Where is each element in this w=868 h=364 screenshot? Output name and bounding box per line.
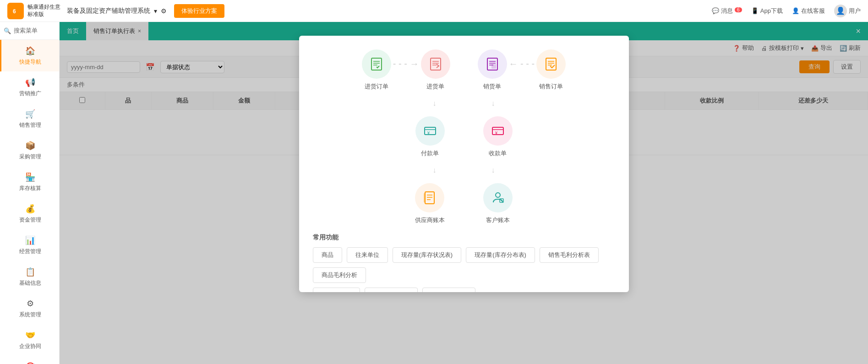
purchase-bill-node[interactable]: 进货单 xyxy=(421,49,450,91)
sidebar-item-finance[interactable]: 💰 资金管理 xyxy=(0,198,59,229)
flow-modal: 进货订单 - - - → xyxy=(299,36,629,292)
header-right: 💬 消息 6 📱 App下载 👤 在线客服 👤 用户 xyxy=(712,5,861,17)
basics-icon: 📋 xyxy=(25,266,36,277)
func-btn-partner[interactable]: 往来单位 xyxy=(347,247,388,263)
svg-rect-27 xyxy=(492,127,503,135)
svg-rect-23 xyxy=(546,58,556,70)
main-layout: 🔍 搜索菜单 🏠 快捷导航 📢 营销推广 🛒 销售管理 📦 采购管理 🏪 库存核… xyxy=(0,22,868,364)
system-dropdown-icon[interactable]: ▾ xyxy=(154,7,157,15)
sidebar-item-sales[interactable]: 🛒 销售管理 xyxy=(0,103,59,135)
func-btn-stock-status[interactable]: 现存量(库存状况表) xyxy=(393,247,462,263)
sidebar-item-operations[interactable]: 📊 经营管理 xyxy=(0,229,59,261)
svg-rect-13 xyxy=(425,192,434,204)
arrow-po-pb: - - - → xyxy=(393,59,419,69)
sales-bill-label: 销货单 xyxy=(483,82,501,91)
app-download-label: App下载 xyxy=(760,7,783,15)
search-menu-item[interactable]: 🔍 搜索菜单 xyxy=(0,22,59,40)
common-functions-section: 常用功能 商品 往来单位 现存量(库存状况表) 现存量(库存分布表) 销售毛利分… xyxy=(299,234,629,292)
supplier-ledger-circle xyxy=(415,183,444,212)
purchase-order-circle xyxy=(362,49,391,79)
func-btn-payment-stats[interactable]: 付款情况统计 xyxy=(422,288,475,292)
func-btn-sales-rank[interactable]: 销售排行榜 xyxy=(313,288,360,292)
sidebar-label-marketing: 营销推广 xyxy=(19,90,41,98)
svg-rect-6 xyxy=(431,58,441,70)
message-item[interactable]: 💬 消息 6 xyxy=(712,7,742,15)
flow-diagram: 进货订单 - - - → xyxy=(299,36,629,234)
arrow-sb-receipt: ↓ xyxy=(491,100,495,107)
online-service-item[interactable]: 👤 在线客服 xyxy=(792,7,825,15)
sidebar-item-guide[interactable]: 🎯 新手引导 xyxy=(0,356,59,364)
message-icon: 💬 xyxy=(712,7,719,14)
logo-icon: 6 xyxy=(7,3,24,19)
func-btn-product[interactable]: 商品 xyxy=(313,247,342,263)
arrow-payment-supplier: ↓ xyxy=(433,167,437,174)
purchase-bill-label: 进货单 xyxy=(426,82,444,91)
sidebar-item-system[interactable]: ⚙ 系统管理 xyxy=(0,293,59,324)
sidebar-item-basics[interactable]: 📋 基础信息 xyxy=(0,261,59,293)
svg-text:¥: ¥ xyxy=(427,130,430,135)
supplier-ledger-label: 供应商账本 xyxy=(415,216,445,224)
supplier-ledger-node[interactable]: 供应商账本 xyxy=(415,183,445,224)
customer-ledger-node[interactable]: 客户账本 xyxy=(483,183,513,224)
trial-button[interactable]: 体验行业方案 xyxy=(174,4,224,18)
system-title-area: 装备及固定资产辅助管理系统 ▾ ⚙ 体验行业方案 xyxy=(67,4,712,18)
svg-rect-17 xyxy=(424,193,425,202)
func-btn-profit-analysis[interactable]: 销售毛利分析表 xyxy=(540,247,599,263)
download-icon: 📱 xyxy=(751,7,759,14)
search-icon: 🔍 xyxy=(4,27,11,34)
sidebar-item-inventory[interactable]: 🏪 库存核算 xyxy=(0,166,59,198)
func-btn-product-profit[interactable]: 商品毛利分析 xyxy=(313,267,366,283)
svg-rect-2 xyxy=(371,58,382,70)
message-badge: 6 xyxy=(735,7,742,12)
sidebar-label-purchase: 采购管理 xyxy=(19,153,41,161)
system-title-text: 装备及固定资产辅助管理系统 xyxy=(67,7,150,15)
common-functions-title: 常用功能 xyxy=(313,234,615,242)
sidebar-label-quick-nav: 快捷导航 xyxy=(19,58,41,66)
sales-order-label: 销售订单 xyxy=(539,82,563,91)
func-buttons-row1: 商品 往来单位 现存量(库存状况表) 现存量(库存分布表) 销售毛利分析表 商品… xyxy=(313,247,615,283)
search-menu-label: 搜索菜单 xyxy=(14,27,38,35)
user-avatar: 👤 xyxy=(834,5,847,17)
app-download-item[interactable]: 📱 App下载 xyxy=(751,7,783,15)
payment-circle: ¥ xyxy=(415,116,445,146)
purchase-order-label: 进货订单 xyxy=(365,82,388,91)
sales-bill-node[interactable]: 销货单 xyxy=(478,49,507,91)
enterprise-icon: 🤝 xyxy=(25,330,36,341)
func-buttons-row2: 销售排行榜 收款情况统计 付款情况统计 xyxy=(313,288,615,292)
purchase-icon: 📦 xyxy=(25,140,36,151)
receipt-node[interactable]: ¥ 收款单 xyxy=(483,116,513,158)
func-btn-stock-dist[interactable]: 现存量(库存分布表) xyxy=(466,247,535,263)
sales-order-circle xyxy=(536,49,566,79)
logo-area: 6 畅康通好生意 标准版 xyxy=(7,3,67,19)
purchase-bill-circle xyxy=(421,49,450,79)
sidebar-item-quick-nav[interactable]: 🏠 快捷导航 xyxy=(0,40,59,71)
func-btn-receipt-stats[interactable]: 收款情况统计 xyxy=(365,288,418,292)
sales-icon: 🛒 xyxy=(25,109,36,120)
finance-icon: 💰 xyxy=(25,203,36,214)
customer-ledger-circle xyxy=(483,183,513,212)
settings-icon[interactable]: ⚙ xyxy=(161,7,167,15)
user-item[interactable]: 👤 用户 xyxy=(834,5,861,17)
arrow-pb-payment: ↓ xyxy=(433,100,437,107)
receipt-circle: ¥ xyxy=(483,116,513,146)
sidebar-item-purchase[interactable]: 📦 采购管理 xyxy=(0,135,59,166)
customer-ledger-label: 客户账本 xyxy=(486,216,510,224)
inventory-icon: 🏪 xyxy=(25,172,36,183)
guide-icon: 🎯 xyxy=(25,361,36,364)
svg-text:¥: ¥ xyxy=(495,130,498,135)
purchase-row: 进货订单 - - - → xyxy=(362,49,450,91)
sidebar-label-sales: 销售管理 xyxy=(19,121,41,129)
online-service-label: 在线客服 xyxy=(801,7,825,15)
user-label: 用户 xyxy=(849,7,861,15)
purchase-order-node[interactable]: 进货订单 xyxy=(362,49,391,91)
message-label: 消息 xyxy=(721,7,733,15)
sidebar-item-enterprise[interactable]: 🤝 企业协同 xyxy=(0,324,59,356)
sidebar-item-marketing[interactable]: 📢 营销推广 xyxy=(0,71,59,103)
sidebar-label-operations: 经营管理 xyxy=(19,248,41,255)
payment-node[interactable]: ¥ 付款单 xyxy=(415,116,445,158)
sales-order-node[interactable]: 销售订单 xyxy=(536,49,566,91)
sidebar: 🔍 搜索菜单 🏠 快捷导航 📢 营销推广 🛒 销售管理 📦 采购管理 🏪 库存核… xyxy=(0,22,60,364)
sidebar-label-basics: 基础信息 xyxy=(19,279,41,287)
svg-rect-10 xyxy=(425,127,436,135)
sidebar-label-system: 系统管理 xyxy=(19,311,41,319)
